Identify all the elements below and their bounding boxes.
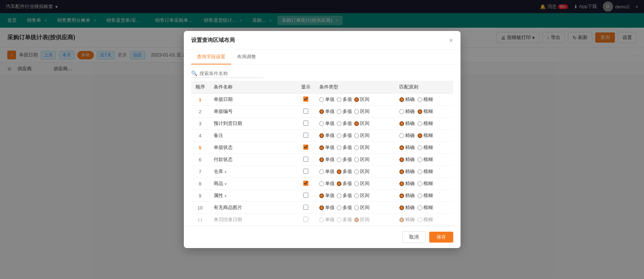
match-exact-option[interactable]: 精确 [399, 192, 415, 199]
row-display[interactable] [297, 94, 315, 106]
type-multi-radio[interactable] [337, 169, 341, 174]
match-exact-option[interactable]: 精确 [399, 156, 415, 163]
match-exact-radio[interactable] [399, 193, 404, 198]
type-single-option[interactable]: 单值 [319, 168, 335, 175]
match-exact-radio[interactable] [399, 217, 404, 222]
type-range-option[interactable]: 区间 [354, 168, 370, 175]
match-exact-option[interactable]: 精确 [399, 120, 415, 127]
type-single-option[interactable]: 单值 [319, 120, 335, 127]
type-multi-radio[interactable] [337, 133, 341, 138]
match-fuzzy-radio[interactable] [418, 169, 422, 174]
match-fuzzy-option[interactable]: 模糊 [418, 96, 433, 103]
type-multi-radio[interactable] [337, 157, 341, 162]
type-single-radio[interactable] [319, 181, 324, 186]
match-fuzzy-option[interactable]: 模糊 [418, 192, 433, 199]
type-range-option[interactable]: 区间 [354, 216, 370, 223]
type-single-option[interactable]: 单值 [319, 192, 335, 199]
match-exact-option[interactable]: 精确 [399, 108, 415, 115]
row-display[interactable] [297, 166, 315, 178]
display-checkbox[interactable] [303, 133, 308, 138]
type-single-radio[interactable] [319, 217, 324, 222]
match-exact-option[interactable]: 精确 [399, 216, 415, 223]
type-range-radio[interactable] [354, 133, 359, 138]
type-range-option[interactable]: 区间 [354, 192, 370, 199]
type-multi-option[interactable]: 多值 [337, 144, 352, 151]
tab-layout[interactable]: 布局调整 [231, 50, 262, 64]
match-exact-radio[interactable] [399, 145, 404, 150]
type-single-radio[interactable] [319, 97, 324, 102]
type-multi-radio[interactable] [337, 181, 341, 186]
type-range-radio[interactable] [354, 109, 359, 114]
match-fuzzy-option[interactable]: 模糊 [418, 216, 433, 223]
row-display[interactable] [297, 190, 315, 202]
match-exact-radio[interactable] [399, 97, 404, 102]
type-range-option[interactable]: 区间 [354, 96, 370, 103]
type-multi-option[interactable]: 多值 [337, 108, 352, 115]
type-multi-radio[interactable] [337, 205, 341, 210]
type-single-radio[interactable] [319, 205, 324, 210]
type-range-option[interactable]: 区间 [354, 156, 370, 163]
row-display[interactable] [297, 142, 315, 154]
match-exact-option[interactable]: 精确 [399, 180, 415, 187]
type-multi-option[interactable]: 多值 [337, 204, 352, 211]
match-exact-radio[interactable] [399, 121, 404, 126]
match-fuzzy-radio[interactable] [418, 133, 422, 138]
type-single-radio[interactable] [319, 145, 324, 150]
match-fuzzy-radio[interactable] [418, 181, 422, 186]
save-button[interactable]: 保存 [429, 232, 453, 243]
type-range-radio[interactable] [354, 157, 359, 162]
row-display[interactable] [297, 178, 315, 190]
type-multi-option[interactable]: 多值 [337, 156, 352, 163]
type-multi-radio[interactable] [337, 217, 341, 222]
match-exact-option[interactable]: 精确 [399, 144, 415, 151]
display-checkbox[interactable] [303, 217, 308, 222]
type-single-option[interactable]: 单值 [319, 204, 335, 211]
row-display[interactable] [297, 106, 315, 118]
type-multi-option[interactable]: 多值 [337, 216, 352, 223]
display-checkbox[interactable] [303, 109, 308, 114]
match-fuzzy-radio[interactable] [418, 145, 422, 150]
match-exact-radio[interactable] [399, 109, 404, 114]
type-multi-radio[interactable] [337, 109, 341, 114]
type-multi-radio[interactable] [337, 121, 341, 126]
type-multi-radio[interactable] [337, 97, 341, 102]
match-exact-radio[interactable] [399, 205, 404, 210]
type-range-option[interactable]: 区间 [354, 132, 370, 139]
type-range-option[interactable]: 区间 [354, 120, 370, 127]
type-single-radio[interactable] [319, 133, 324, 138]
type-single-option[interactable]: 单值 [319, 216, 335, 223]
type-range-radio[interactable] [354, 217, 359, 222]
type-multi-radio[interactable] [337, 193, 341, 198]
display-checkbox[interactable] [303, 181, 308, 186]
type-single-radio[interactable] [319, 169, 324, 174]
match-fuzzy-radio[interactable] [418, 205, 422, 210]
display-checkbox[interactable] [303, 193, 308, 198]
display-checkbox[interactable] [303, 121, 308, 126]
type-single-option[interactable]: 单值 [319, 180, 335, 187]
cancel-button[interactable]: 取消 [402, 231, 426, 243]
match-fuzzy-option[interactable]: 模糊 [418, 156, 433, 163]
match-fuzzy-radio[interactable] [418, 97, 422, 102]
row-display[interactable] [297, 214, 315, 226]
match-exact-radio[interactable] [399, 169, 404, 174]
type-multi-option[interactable]: 多值 [337, 180, 352, 187]
type-single-option[interactable]: 单值 [319, 132, 335, 139]
match-exact-option[interactable]: 精确 [399, 132, 415, 139]
match-exact-option[interactable]: 精确 [399, 96, 415, 103]
match-fuzzy-option[interactable]: 模糊 [418, 108, 433, 115]
type-range-radio[interactable] [354, 97, 359, 102]
type-single-option[interactable]: 单值 [319, 108, 335, 115]
match-exact-option[interactable]: 精确 [399, 168, 415, 175]
type-range-radio[interactable] [354, 145, 359, 150]
match-fuzzy-option[interactable]: 模糊 [418, 120, 433, 127]
display-checkbox[interactable] [303, 97, 308, 102]
type-multi-option[interactable]: 多值 [337, 168, 352, 175]
row-display[interactable] [297, 130, 315, 142]
match-fuzzy-radio[interactable] [418, 217, 422, 222]
match-fuzzy-radio[interactable] [418, 121, 422, 126]
match-fuzzy-radio[interactable] [418, 157, 422, 162]
type-range-option[interactable]: 区间 [354, 108, 370, 115]
type-single-option[interactable]: 单值 [319, 156, 335, 163]
type-range-radio[interactable] [354, 193, 359, 198]
match-fuzzy-option[interactable]: 模糊 [418, 168, 433, 175]
